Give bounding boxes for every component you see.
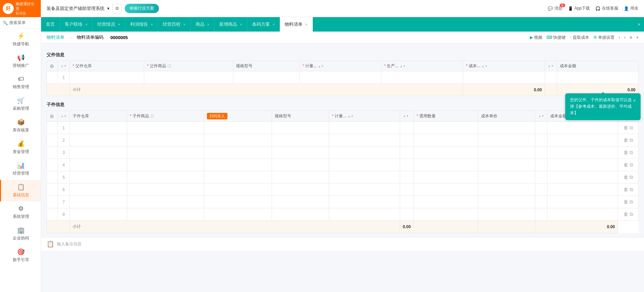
- child-row-quantity[interactable]: [414, 147, 478, 159]
- delete-icon[interactable]: 🗑: [623, 150, 628, 155]
- sidebar-item-guide[interactable]: 🎯 新手引导: [0, 245, 41, 266]
- child-row-warehouse[interactable]: [70, 208, 127, 221]
- delete-icon[interactable]: 🗑: [623, 137, 628, 143]
- child-row-quantity[interactable]: [414, 208, 478, 221]
- child-column-settings-icon[interactable]: ⚙: [50, 114, 54, 119]
- notification-button[interactable]: 💬 6 消息: [548, 5, 562, 11]
- child-row-warehouse[interactable]: [70, 171, 127, 184]
- tab-business-close[interactable]: ×: [118, 22, 120, 26]
- tooltip-close-button[interactable]: ×: [633, 97, 636, 104]
- tab-customers[interactable]: 客户联络 ×: [60, 17, 92, 32]
- child-row-unit[interactable]: [329, 184, 400, 196]
- view-action[interactable]: ▶ 视频: [530, 35, 542, 40]
- child-row-warehouse[interactable]: [70, 196, 127, 208]
- child-row-unit[interactable]: [329, 159, 400, 171]
- sidebar-item-marketing[interactable]: 📢 营销推广: [0, 50, 41, 72]
- sidebar-search[interactable]: 🔍 搜索菜单: [0, 17, 41, 29]
- sidebar-item-corp[interactable]: 🏢 企业协同: [0, 223, 41, 245]
- column-settings-icon[interactable]: ⚙: [50, 63, 54, 69]
- shortcut-action[interactable]: ⌨ 快捷键: [546, 35, 566, 40]
- child-row-goods[interactable]: [127, 159, 204, 171]
- sidebar-item-system[interactable]: ⚙ 系统管理: [0, 201, 41, 223]
- sidebar-item-purchase[interactable]: 🛒 采购管理: [0, 93, 41, 115]
- child-row-goods[interactable]: [127, 134, 204, 147]
- tab-bom[interactable]: 物料清单 ×: [280, 17, 312, 32]
- tab-profit[interactable]: 利润报告 ×: [125, 17, 158, 32]
- child-row-unit[interactable]: [329, 196, 400, 208]
- tab-goods-close[interactable]: ×: [207, 22, 209, 26]
- delete-icon[interactable]: 🗑: [623, 125, 628, 131]
- tab-bom-close[interactable]: ×: [305, 22, 307, 26]
- tab-home[interactable]: 首页: [41, 17, 60, 32]
- copy-icon[interactable]: ⧉: [630, 187, 633, 192]
- child-row-quantity[interactable]: [414, 134, 478, 147]
- copy-icon[interactable]: ⧉: [630, 137, 633, 143]
- child-row-unitcost[interactable]: [478, 171, 535, 184]
- child-row-unit[interactable]: [329, 208, 400, 221]
- copy-icon[interactable]: ⧉: [630, 211, 633, 217]
- gear-button[interactable]: ⚙: [112, 4, 122, 13]
- grid-view[interactable]: ≡: [630, 35, 632, 40]
- child-row-unitcost[interactable]: [478, 147, 535, 159]
- delete-icon[interactable]: 🗑: [623, 199, 628, 205]
- tab-barcode[interactable]: 条码方案 ×: [247, 17, 280, 32]
- child-row-warehouse[interactable]: [70, 122, 127, 134]
- sidebar-item-quick-nav[interactable]: ⚡ 快捷导航: [0, 29, 41, 50]
- tab-new-goods[interactable]: 新增商品 ×: [214, 17, 247, 32]
- tab-history[interactable]: 经营历程 ×: [158, 17, 190, 32]
- child-row-unit[interactable]: [329, 147, 400, 159]
- child-row-goods[interactable]: [127, 184, 204, 196]
- sidebar-item-basic[interactable]: 📋 基础信息: [0, 180, 41, 201]
- delete-icon[interactable]: 🗑: [623, 187, 628, 192]
- parent-row-produce[interactable]: [381, 71, 463, 84]
- child-row-unit[interactable]: [329, 122, 400, 134]
- parent-row-warehouse[interactable]: [70, 71, 144, 84]
- child-row-quantity[interactable]: [414, 171, 478, 184]
- trial-button[interactable]: 体验行业方案: [125, 4, 159, 13]
- delete-icon[interactable]: 🗑: [623, 211, 628, 217]
- delete-icon[interactable]: 🗑: [623, 162, 628, 168]
- child-row-goods[interactable]: [127, 122, 204, 134]
- sidebar-item-inventory[interactable]: 📦 库存核算: [0, 115, 41, 137]
- user-menu[interactable]: 👤 用友: [624, 5, 639, 11]
- doc-settings-action[interactable]: ⚙ 单据设置: [593, 35, 615, 40]
- child-row-goods[interactable]: [127, 196, 204, 208]
- tab-history-close[interactable]: ×: [183, 22, 185, 26]
- copy-icon[interactable]: ⧉: [630, 162, 633, 168]
- child-row-goods[interactable]: [127, 171, 204, 184]
- child-row-unitcost[interactable]: [478, 208, 535, 221]
- breadcrumb-bom[interactable]: 物料清单: [47, 34, 64, 40]
- child-row-unitcost[interactable]: [478, 134, 535, 147]
- parent-row-goods[interactable]: [144, 71, 233, 84]
- child-row-unitcost[interactable]: [478, 184, 535, 196]
- child-row-quantity[interactable]: [414, 122, 478, 134]
- child-row-unit[interactable]: [329, 134, 400, 147]
- child-row-unitcost[interactable]: [478, 122, 535, 134]
- tab-goods[interactable]: 商品 ×: [191, 17, 214, 32]
- app-download-button[interactable]: 📱 App下载: [568, 5, 590, 11]
- child-row-quantity[interactable]: [414, 159, 478, 171]
- child-row-quantity[interactable]: [414, 196, 478, 208]
- scan-button[interactable]: 扫码录入: [207, 113, 227, 119]
- tab-barcode-close[interactable]: ×: [273, 22, 275, 26]
- tab-profit-close[interactable]: ×: [151, 22, 153, 26]
- next-record[interactable]: ›: [624, 35, 626, 40]
- child-row-unitcost[interactable]: [478, 159, 535, 171]
- prev-record[interactable]: ‹: [619, 35, 620, 40]
- child-row-goods[interactable]: [127, 208, 204, 221]
- copy-icon[interactable]: ⧉: [630, 150, 633, 155]
- child-row-goods[interactable]: [127, 147, 204, 159]
- sidebar-item-sales[interactable]: 🏷 销售管理: [0, 72, 41, 93]
- online-support-button[interactable]: 🎧 在线客服: [595, 5, 618, 11]
- copy-icon[interactable]: ⧉: [630, 199, 633, 205]
- sidebar-item-finance[interactable]: 💰 资金管理: [0, 137, 41, 158]
- tab-new-goods-close[interactable]: ×: [240, 22, 242, 26]
- copy-icon[interactable]: ⧉: [630, 125, 633, 131]
- child-row-warehouse[interactable]: [70, 134, 127, 147]
- add-record[interactable]: +: [636, 35, 639, 40]
- sidebar-item-ops[interactable]: 📊 经营管理: [0, 158, 41, 180]
- copy-icon[interactable]: ⧉: [630, 174, 633, 180]
- parent-row-unit[interactable]: [299, 71, 381, 84]
- delete-icon[interactable]: 🗑: [623, 174, 628, 180]
- child-row-unit[interactable]: [329, 171, 400, 184]
